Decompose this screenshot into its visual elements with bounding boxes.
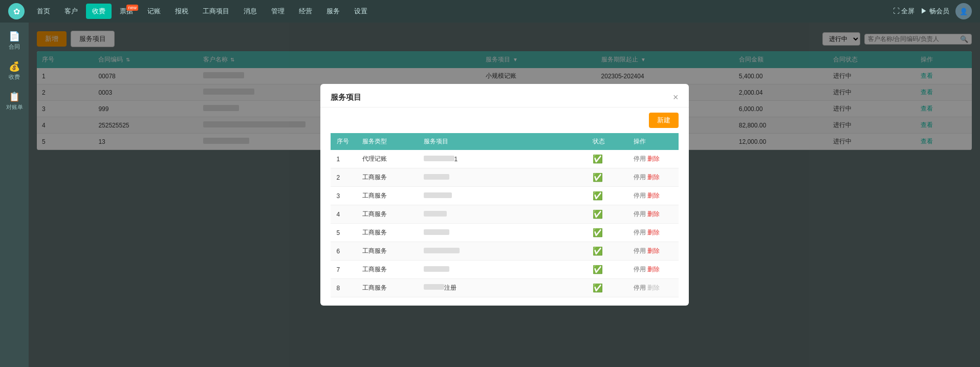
- nav-tax[interactable]: 报税: [169, 4, 194, 19]
- modal-table-row: 4 工商服务 ✅ 停用 删除: [331, 205, 679, 224]
- stop-btn[interactable]: 停用: [634, 191, 646, 200]
- left-sidebar: 📄 合同 💰 收费 📋 对账单: [0, 23, 29, 367]
- app-logo: ✿: [8, 3, 25, 19]
- sidebar-item-reconcile[interactable]: 📋 对账单: [1, 87, 28, 115]
- nav-settings[interactable]: 设置: [348, 4, 374, 19]
- modal-col-status: 状态: [586, 133, 627, 150]
- status-check-icon: ✅: [593, 191, 603, 200]
- stop-btn[interactable]: 停用: [634, 284, 646, 292]
- stop-btn[interactable]: 停用: [634, 265, 646, 274]
- stop-btn[interactable]: 停用: [634, 210, 646, 219]
- delete-btn[interactable]: 删除: [647, 265, 660, 274]
- modal-close-btn[interactable]: ×: [673, 92, 679, 103]
- modal-table-row: 5 工商服务 ✅ 停用 删除: [331, 224, 679, 242]
- sidebar-label-reconcile: 对账单: [6, 103, 23, 111]
- sidebar-label-contract: 合同: [9, 43, 20, 51]
- modal-title: 服务项目: [331, 93, 361, 102]
- user-avatar[interactable]: 👤: [955, 3, 972, 19]
- stop-btn[interactable]: 停用: [634, 155, 646, 163]
- modal-table-row: 2 工商服务 ✅ 停用 删除: [331, 168, 679, 187]
- status-check-icon: ✅: [593, 210, 603, 219]
- nav-billing[interactable]: 收费: [86, 4, 112, 19]
- modal-header: 服务项目 ×: [320, 84, 689, 107]
- member-btn[interactable]: ▶ 畅会员: [921, 7, 949, 16]
- contract-icon: 📄: [9, 31, 20, 42]
- modal-col-type: 服务类型: [356, 133, 418, 150]
- delete-btn[interactable]: 删除: [647, 284, 660, 292]
- stop-btn[interactable]: 停用: [634, 173, 646, 182]
- billing-icon: 💰: [9, 61, 20, 72]
- modal-table: 序号 服务类型 服务项目 状态 操作 1 代理记账 1 ✅ 停用: [331, 133, 679, 297]
- reconcile-icon: 📋: [9, 91, 20, 102]
- nav-bookkeeping[interactable]: 记账: [141, 4, 167, 19]
- status-check-icon: ✅: [593, 247, 603, 255]
- delete-btn[interactable]: 删除: [647, 247, 660, 255]
- nav-operation[interactable]: 经营: [293, 4, 318, 19]
- top-nav: ✿ 首页 客户 收费 票据 new 记账 报税 工商项目 消息 管理 经营 服务…: [0, 0, 980, 23]
- modal-col-action: 操作: [627, 133, 679, 150]
- delete-btn[interactable]: 删除: [647, 191, 660, 200]
- new-badge: new: [126, 5, 138, 11]
- modal-col-item: 服务项目: [418, 133, 586, 150]
- nav-message[interactable]: 消息: [237, 4, 263, 19]
- delete-btn[interactable]: 删除: [647, 210, 660, 219]
- modal-table-row: 1 代理记账 1 ✅ 停用 删除: [331, 150, 679, 168]
- nav-manage[interactable]: 管理: [265, 4, 291, 19]
- modal-table-row: 8 工商服务 注册 ✅ 停用 删除: [331, 279, 679, 297]
- delete-btn[interactable]: 删除: [647, 228, 660, 237]
- modal-table-row: 7 工商服务 ✅ 停用 删除: [331, 261, 679, 279]
- modal-table-row: 6 工商服务 ✅ 停用 删除: [331, 242, 679, 261]
- sidebar-item-contract[interactable]: 📄 合同: [1, 27, 28, 55]
- modal-body: 序号 服务类型 服务项目 状态 操作 1 代理记账 1 ✅ 停用: [320, 133, 689, 306]
- nav-home[interactable]: 首页: [31, 4, 56, 19]
- nav-right: ⛶ 全屏 ▶ 畅会员 👤: [893, 3, 972, 19]
- sidebar-label-billing: 收费: [9, 73, 20, 81]
- modal-overlay: 服务项目 × 新建 序号 服务类型 服务项目 状态 操作: [29, 23, 980, 367]
- stop-btn[interactable]: 停用: [634, 247, 646, 255]
- nav-bizproject[interactable]: 工商项目: [197, 4, 235, 19]
- status-check-icon: ✅: [593, 265, 603, 274]
- delete-btn[interactable]: 删除: [647, 173, 660, 182]
- service-modal: 服务项目 × 新建 序号 服务类型 服务项目 状态 操作: [320, 84, 689, 306]
- status-check-icon: ✅: [593, 284, 603, 292]
- modal-new-btn[interactable]: 新建: [649, 113, 679, 128]
- status-check-icon: ✅: [593, 173, 603, 182]
- modal-toolbar: 新建: [320, 107, 689, 133]
- delete-btn[interactable]: 删除: [647, 155, 660, 163]
- nav-customer[interactable]: 客户: [58, 4, 84, 19]
- modal-col-seq: 序号: [331, 133, 356, 150]
- status-check-icon: ✅: [593, 155, 603, 163]
- sidebar-item-billing[interactable]: 💰 收费: [1, 57, 28, 85]
- status-check-icon: ✅: [593, 228, 603, 237]
- stop-btn[interactable]: 停用: [634, 228, 646, 237]
- nav-service[interactable]: 服务: [320, 4, 346, 19]
- fullscreen-btn[interactable]: ⛶ 全屏: [893, 7, 915, 16]
- modal-table-row: 3 工商服务 ✅ 停用 删除: [331, 187, 679, 205]
- nav-invoice[interactable]: 票据 new: [114, 4, 139, 19]
